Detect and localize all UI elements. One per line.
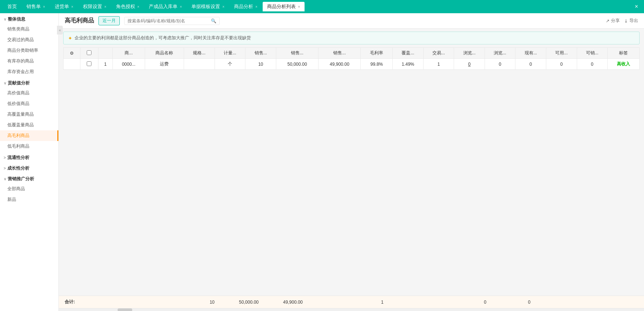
search-icon[interactable]: 🔍	[211, 18, 216, 23]
sidebar-group-arrow-marketing: ∨	[4, 177, 6, 181]
footer-sales-cost: 49,900.00	[273, 300, 303, 305]
cell-sales-amount: 50,000.00	[276, 59, 318, 70]
col-header-name: 商品名称	[145, 48, 184, 59]
sidebar: « ∨整体信息销售类商品交易过的商品商品分类助销率有库存的商品库存资金占用∨贡献…	[0, 13, 59, 311]
col-header-spec: 规格...	[184, 48, 215, 59]
footer-trade: 1	[354, 300, 384, 305]
main-layout: « ∨整体信息销售类商品交易过的商品商品分类助销率有库存的商品库存资金占用∨贡献…	[0, 13, 644, 311]
cell-unit: 个	[215, 59, 245, 70]
col-header-sales-amount: 销售...	[276, 48, 318, 59]
sidebar-item-high-freq[interactable]: 高覆盖量商品	[0, 109, 58, 120]
sidebar-item-low-freq[interactable]: 低覆盖量商品	[0, 120, 58, 130]
page-title: 高毛利商品	[65, 17, 94, 25]
sidebar-item-traded-goods[interactable]: 交易过的商品	[0, 35, 58, 45]
cell-current-stock: 0	[515, 59, 546, 70]
footer-label: 合计:	[65, 299, 75, 305]
footer-sales-amount: 50,000.00	[229, 300, 259, 305]
cell-browse1[interactable]: 0	[454, 59, 485, 70]
col-header-unit: 计量...	[215, 48, 245, 59]
sidebar-collapse-button[interactable]: «	[57, 26, 59, 35]
sidebar-group-overall[interactable]: ∨整体信息	[0, 13, 58, 24]
col-header-settings[interactable]: ⚙	[64, 48, 80, 59]
nav-tab-sales[interactable]: 销售单×	[22, 2, 50, 11]
nav-tab-close-permissions[interactable]: ×	[104, 5, 107, 9]
cell-trade: 1	[423, 59, 454, 70]
cell-spec	[184, 59, 215, 70]
col-header-num	[98, 48, 112, 59]
col-header-browse1: 浏览...	[454, 48, 485, 59]
sidebar-group-flow[interactable]: >流通性分析	[0, 152, 58, 162]
col-header-salable: 可销...	[577, 48, 608, 59]
nav-tab-close-roles[interactable]: ×	[137, 5, 140, 9]
col-header-coverage: 覆盖...	[393, 48, 424, 59]
col-header-current-stock: 现有...	[515, 48, 546, 59]
row-checkbox[interactable]	[87, 61, 91, 66]
footer-bar: 合计: 10 50,000.00 49,900.00 1 0 0	[59, 296, 644, 308]
col-header-code: 商...	[112, 48, 145, 59]
close-all-button[interactable]: ×	[632, 3, 641, 10]
sidebar-item-new-goods[interactable]: 新品	[0, 194, 58, 205]
export-icon: ⤓	[624, 18, 628, 23]
filter-near-month[interactable]: 近一月	[98, 16, 120, 25]
nav-tab-analysis[interactable]: 商品分析×	[230, 2, 262, 11]
sidebar-group-marketing[interactable]: ∨营销推广分析	[0, 173, 58, 184]
sidebar-group-arrow-overall: ∨	[4, 17, 6, 21]
sidebar-group-arrow-growth: >	[4, 166, 6, 170]
nav-tab-permissions[interactable]: 权限设置×	[79, 2, 111, 11]
sidebar-item-low-value[interactable]: 低价值商品	[0, 98, 58, 109]
sidebar-group-arrow-financial: ∨	[4, 81, 6, 85]
sidebar-item-low-margin[interactable]: 低毛利商品	[0, 141, 58, 152]
nav-tab-close-analysis-list[interactable]: ×	[298, 5, 300, 9]
footer-available: 0	[457, 300, 486, 305]
sidebar-group-label-flow: 流通性分析	[7, 155, 29, 161]
sidebar-item-all-goods[interactable]: 全部商品	[0, 184, 58, 194]
nav-tab-products-in[interactable]: 产成品入库单×	[144, 2, 186, 11]
col-header-tag: 标签	[608, 48, 640, 59]
nav-tab-roles[interactable]: 角色授权×	[112, 2, 144, 11]
table-row: 10000...运费个1050,000.0049,900.0099.8%1.49…	[64, 59, 640, 70]
sidebar-item-high-value[interactable]: 高价值商品	[0, 88, 58, 98]
sidebar-group-label-financial: 贡献值分析	[8, 80, 30, 86]
nav-tab-purchase[interactable]: 进货单×	[50, 2, 78, 11]
cell-browse2: 0	[485, 59, 515, 70]
nav-tab-close-templates[interactable]: ×	[222, 5, 224, 9]
share-button[interactable]: ↗ 分享	[606, 18, 620, 24]
cell-tag: 高收入	[608, 59, 640, 70]
table-wrapper: ⚙商...商品名称规格...计量...销售...销售...销售...毛利率覆盖.…	[63, 47, 640, 296]
nav-tab-close-sales[interactable]: ×	[43, 5, 45, 9]
col-header-margin-rate: 毛利率	[361, 48, 393, 59]
search-box[interactable]: 🔍	[124, 17, 220, 25]
share-icon: ↗	[606, 18, 609, 23]
top-nav: 首页销售单×进货单×权限设置×角色授权×产成品入库单×单据模板设置×商品分析×商…	[0, 0, 644, 13]
export-button[interactable]: ⤓ 导出	[624, 18, 638, 24]
nav-tab-home[interactable]: 首页	[3, 2, 21, 11]
nav-tab-analysis-list[interactable]: 商品分析列表×	[263, 2, 305, 11]
alert-icon: ✦	[68, 35, 72, 41]
col-header-checkbox	[80, 48, 98, 59]
cell-code: 0000...	[112, 59, 145, 70]
cell-available: 0	[546, 59, 577, 70]
sidebar-item-in-stock-goods[interactable]: 有库存的商品	[0, 56, 58, 66]
cell-checkbox	[80, 59, 98, 70]
alert-bar: ✦ 企业的主要的利润都是这部分商品创造的，可考虑加大推广，同时关注库存是不要出现…	[63, 32, 640, 44]
sidebar-group-financial[interactable]: ∨贡献值分析	[0, 77, 58, 88]
sidebar-group-label-growth: 成长性分析	[7, 165, 29, 171]
col-header-sales-cost: 销售...	[319, 48, 361, 59]
horizontal-scrollbar[interactable]	[59, 308, 644, 311]
sidebar-item-capital-occupy[interactable]: 库存资金占用	[0, 66, 58, 77]
col-header-trade: 交易...	[423, 48, 454, 59]
content-area: 高毛利商品 近一月 🔍 ↗ 分享 ⤓ 导出 ✦ 企业的主要的利润都是这部分商品创…	[59, 13, 644, 311]
nav-tab-close-products-in[interactable]: ×	[180, 5, 182, 9]
data-table: ⚙商...商品名称规格...计量...销售...销售...销售...毛利率覆盖.…	[63, 47, 640, 70]
col-header-browse2: 浏览...	[485, 48, 515, 59]
select-all-checkbox[interactable]	[87, 50, 91, 55]
search-input[interactable]	[127, 18, 211, 23]
nav-tab-templates[interactable]: 单据模板设置×	[187, 2, 229, 11]
cell-margin-rate: 99.8%	[361, 59, 393, 70]
nav-tab-close-analysis[interactable]: ×	[255, 5, 258, 9]
nav-tab-close-purchase[interactable]: ×	[71, 5, 73, 9]
sidebar-item-high-margin[interactable]: 高毛利商品	[0, 130, 58, 141]
sidebar-item-analysis-rate[interactable]: 商品分类助销率	[0, 45, 58, 56]
sidebar-group-growth[interactable]: >成长性分析	[0, 162, 58, 173]
sidebar-item-sales-goods[interactable]: 销售类商品	[0, 24, 58, 35]
